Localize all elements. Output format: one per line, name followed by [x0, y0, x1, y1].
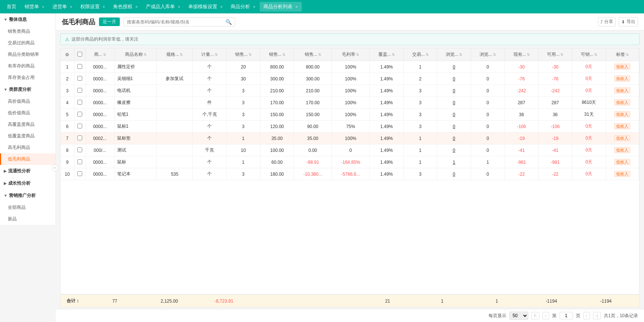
row-checkbox[interactable] [77, 136, 82, 140]
browse1-link[interactable]: 0 [453, 76, 455, 82]
col-gross-margin[interactable]: 毛利率 ⇅ [331, 48, 369, 61]
cell-browse1[interactable]: 0 [437, 97, 471, 109]
browse1-link[interactable]: 1 [453, 160, 455, 165]
cell-browse1[interactable]: 0 [437, 144, 471, 156]
cell-checkbox[interactable] [74, 168, 85, 180]
search-icon[interactable]: 🔍 [225, 19, 232, 25]
sidebar-item-low-value[interactable]: 低价值商品 [0, 107, 55, 119]
cell-browse1[interactable]: 0 [437, 133, 471, 144]
browse1-link[interactable]: 0 [453, 64, 455, 70]
row-checkbox[interactable] [77, 64, 82, 69]
date-filter-button[interactable]: 近一月 [99, 17, 120, 26]
cell-browse1[interactable]: 0 [437, 168, 471, 180]
col-sales-qty[interactable]: 销售... ⇅ [227, 48, 260, 61]
cell-checkbox[interactable] [74, 156, 85, 168]
sidebar-item-category-sales-rate[interactable]: 商品分类助销率 [0, 49, 55, 60]
col-sales-amount[interactable]: 销售... ⇅ [260, 48, 294, 61]
page-size-select[interactable]: 20 50 100 [509, 312, 528, 320]
next-page-btn[interactable]: › [583, 312, 590, 319]
cell-checkbox[interactable] [74, 85, 85, 97]
col-available[interactable]: 可用... ⇅ [538, 48, 572, 61]
cell-browse1[interactable]: 0 [437, 121, 471, 133]
sidebar-group-circulation[interactable]: ▶ 流通性分析 [0, 165, 55, 177]
col-checkbox[interactable] [74, 48, 85, 61]
select-all-checkbox[interactable] [77, 52, 82, 57]
cell-name[interactable]: 笔记本 [115, 168, 157, 180]
browse1-link[interactable]: 0 [453, 124, 455, 129]
nav-close-role-auth[interactable]: × [135, 4, 138, 9]
cell-browse1[interactable]: 0 [437, 61, 471, 73]
row-checkbox[interactable] [77, 100, 82, 105]
sidebar-group-overall[interactable]: ▼ 整体信息 [0, 13, 55, 26]
nav-purchase-order[interactable]: 进货单 × [49, 2, 76, 12]
col-transaction[interactable]: 交易... ⇅ [403, 48, 437, 61]
col-tag[interactable]: 标签 ⇅ [606, 48, 639, 61]
cell-browse1[interactable]: 0 [437, 109, 471, 121]
sidebar-item-sales-goods[interactable]: 销售类商品 [0, 26, 55, 37]
share-button[interactable]: ⤴ 分享 [598, 17, 616, 26]
sidebar-group-cluster[interactable]: ▼ 类群度分析 [0, 83, 55, 96]
first-page-btn[interactable]: K [531, 312, 539, 319]
cell-checkbox[interactable] [74, 144, 85, 156]
col-sales-profit[interactable]: 销售... ⇅ [294, 48, 331, 61]
cell-name[interactable]: 橡皮擦 [115, 97, 157, 109]
col-sellable[interactable]: 可销... ⇅ [572, 48, 606, 61]
prev-page-btn[interactable]: ‹ [542, 312, 549, 319]
cell-checkbox[interactable] [74, 109, 85, 121]
nav-sales-order[interactable]: 销货单 × [21, 2, 48, 12]
cell-checkbox[interactable] [74, 61, 85, 73]
sidebar-item-low-margin[interactable]: 低毛利商品 [0, 153, 55, 165]
col-code[interactable]: 商... ⇅ [85, 48, 115, 61]
row-checkbox[interactable] [77, 147, 82, 152]
nav-role-auth[interactable]: 角色授权 × [109, 2, 141, 12]
cell-name[interactable]: 测试 [115, 144, 157, 156]
sidebar-item-high-coverage[interactable]: 高覆盖度商品 [0, 119, 55, 130]
col-current-stock[interactable]: 现有... ⇅ [504, 48, 538, 61]
sidebar-item-low-coverage[interactable]: 低覆盖度商品 [0, 130, 55, 142]
nav-close-purchase-order[interactable]: × [70, 4, 72, 9]
row-checkbox[interactable] [77, 76, 82, 81]
row-checkbox[interactable] [77, 88, 82, 93]
sidebar-item-inventory-goods[interactable]: 有库存的商品 [0, 60, 55, 72]
browse1-link[interactable]: 0 [453, 136, 455, 141]
sidebar-group-marketing[interactable]: ▼ 营销推广分析 [0, 189, 55, 202]
col-settings[interactable]: ⚙ [61, 48, 74, 61]
cell-checkbox[interactable] [74, 121, 85, 133]
cell-name[interactable]: 铅笔1 [115, 109, 157, 121]
nav-close-product-entry[interactable]: × [178, 4, 180, 9]
nav-goods-analysis-list[interactable]: 商品分析列表 × [260, 2, 301, 12]
col-spec[interactable]: 规格... ⇅ [157, 48, 193, 61]
sidebar-item-new-goods[interactable]: 新品 [0, 213, 55, 225]
col-name[interactable]: 商品名称 ⇅ [115, 48, 157, 61]
cell-name[interactable]: 鼠标1 [115, 121, 157, 133]
nav-permission[interactable]: 权限设置 × [77, 2, 109, 12]
col-coverage[interactable]: 覆盖... ⇅ [370, 48, 404, 61]
cell-checkbox[interactable] [74, 73, 85, 85]
row-checkbox[interactable] [77, 171, 82, 176]
cell-name[interactable]: 电话机 [115, 85, 157, 97]
current-page-input[interactable] [560, 312, 573, 319]
cell-name[interactable]: 属性定价 [115, 61, 157, 73]
browse1-link[interactable]: 0 [453, 112, 455, 117]
browse1-link[interactable]: 0 [453, 88, 455, 93]
col-browse2[interactable]: 浏览... ⇅ [471, 48, 505, 61]
sidebar-item-high-margin[interactable]: 高毛利商品 [0, 142, 55, 153]
nav-product-entry[interactable]: 产成品入库单 × [142, 2, 184, 12]
row-checkbox[interactable] [77, 159, 82, 164]
row-checkbox[interactable] [77, 124, 82, 128]
cell-checkbox[interactable] [74, 97, 85, 109]
sidebar-item-traded-goods[interactable]: 交易过的商品 [0, 37, 55, 49]
cell-name[interactable]: 鼠标 [115, 156, 157, 168]
sidebar-collapse-btn[interactable]: « [51, 165, 58, 171]
nav-goods-analysis[interactable]: 商品分析 × [227, 2, 259, 12]
nav-template-setting[interactable]: 单据模板设置 × [185, 2, 226, 12]
nav-home[interactable]: 首页 [3, 2, 20, 12]
nav-close-goods-analysis[interactable]: × [253, 4, 255, 9]
cell-checkbox[interactable] [74, 133, 85, 144]
browse1-link[interactable]: 0 [453, 100, 455, 105]
nav-close-goods-analysis-list[interactable]: × [295, 4, 298, 9]
cell-name[interactable]: 鼠标垫 [115, 133, 157, 144]
export-button[interactable]: ⬇ 导出 [619, 17, 638, 26]
last-page-btn[interactable]: ›| [593, 312, 601, 319]
search-input[interactable] [127, 19, 225, 25]
